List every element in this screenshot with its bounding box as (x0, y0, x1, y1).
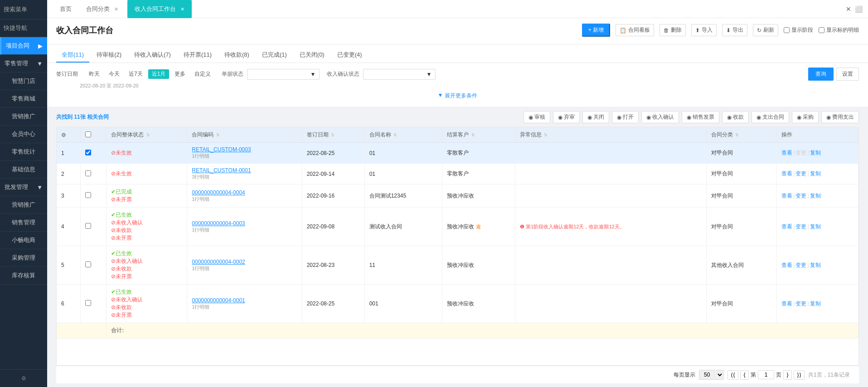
window-maximize-icon[interactable]: ⬜ (855, 5, 863, 13)
op-查看[interactable]: 查看 (781, 150, 792, 156)
col-customer[interactable]: 结算客户 ⇅ (442, 127, 515, 143)
op-复制[interactable]: 复制 (810, 170, 821, 177)
doc-status-select[interactable]: ▼ (247, 69, 320, 80)
first-page-btn[interactable]: ⟨⟨ (727, 370, 738, 380)
sidebar-item-wholesale[interactable]: 批发管理 ▼ (0, 179, 47, 196)
op-变更[interactable]: 变更 (795, 300, 806, 307)
output-contract-btn[interactable]: ◉ 支出合同 (752, 111, 789, 123)
row-code[interactable]: RETAIL_CUSTOM-00013行明细 (187, 164, 302, 184)
op-查看[interactable]: 查看 (781, 193, 792, 199)
col-checkbox[interactable] (81, 127, 107, 143)
col-exception[interactable]: 异常信息 ⇅ (515, 127, 706, 143)
op-变更[interactable]: 变更 (795, 262, 806, 268)
col-status[interactable]: 合同整体状态 ⇅ (107, 127, 187, 143)
prev-page-btn[interactable]: ⟨ (740, 370, 749, 380)
kanban-button[interactable]: 📋 合同看板 (616, 24, 654, 36)
income-confirm-btn[interactable]: ◉ 收入确认 (641, 111, 679, 123)
op-复制[interactable]: 复制 (810, 300, 821, 307)
col-sign-date[interactable]: 签订日期 ⇅ (302, 127, 364, 143)
col-code[interactable]: 合同编码 ⇅ (187, 127, 302, 143)
op-复制[interactable]: 复制 (810, 223, 821, 230)
sidebar-item-smartstore[interactable]: 智慧门店 (0, 73, 47, 90)
tab-income-workbench-close[interactable]: ✕ (180, 0, 184, 18)
expand-more-btn[interactable]: ▼ 展开更多条件 (56, 89, 859, 102)
row-code[interactable]: 0000000000004-00021行明细 (187, 246, 302, 285)
op-变更[interactable]: 变更 (795, 170, 806, 177)
show-detail-checkbox[interactable]: 显示标的明细 (819, 26, 859, 34)
purchase-btn[interactable]: ◉ 采购 (792, 111, 819, 123)
last-page-btn[interactable]: ⟩⟩ (794, 370, 805, 380)
refresh-button[interactable]: ↻ 刷新 (753, 24, 778, 36)
op-复制[interactable]: 复制 (810, 193, 821, 199)
date-more[interactable]: 更多 (171, 69, 189, 79)
row-code[interactable]: RETAIL_CUSTOM-00031行明细 (187, 143, 302, 164)
sub-tab-invoice[interactable]: 待开票(11) (178, 48, 217, 63)
op-复制[interactable]: 复制 (810, 150, 821, 156)
col-category[interactable]: 合同分类 ⇅ (706, 127, 777, 143)
new-button[interactable]: + 新增 (582, 24, 610, 37)
row-checkbox[interactable] (85, 261, 91, 267)
row-checkbox[interactable] (85, 170, 91, 176)
sidebar-item-ecom[interactable]: 小畅电商 (0, 232, 47, 249)
sidebar-item-member[interactable]: 会员中心 (0, 126, 47, 143)
close-btn[interactable]: ◉ 关闭 (582, 111, 609, 123)
tab-home[interactable]: 首页 (53, 0, 79, 18)
sidebar-quick-nav[interactable]: 快捷导航 (0, 19, 47, 37)
sub-tab-done[interactable]: 已完成(1) (257, 48, 292, 63)
op-复制[interactable]: 复制 (810, 262, 821, 268)
delete-button[interactable]: 🗑 删除 (659, 24, 686, 36)
sub-tab-closed[interactable]: 已关闭(0) (294, 48, 330, 63)
select-all-checkbox[interactable] (85, 131, 91, 137)
date-last1month[interactable]: 近1月 (148, 69, 170, 79)
window-close-icon[interactable]: ✕ (846, 5, 851, 13)
sidebar-item-project[interactable]: 项目合同 ▶ (0, 37, 47, 55)
row-code[interactable]: 0000000000004-00041行明细 (187, 184, 302, 208)
sub-tab-all[interactable]: 全部(11) (56, 48, 89, 63)
col-name[interactable]: 合同名称 ⇅ (364, 127, 442, 143)
sidebar-item-inventory[interactable]: 库存核算 (0, 267, 47, 285)
sidebar-item-mall[interactable]: 零售商城 (0, 90, 47, 108)
op-查看[interactable]: 查看 (781, 223, 792, 230)
sidebar-item-retail[interactable]: 零售管理 ▼ (0, 55, 47, 73)
op-查看[interactable]: 查看 (781, 262, 792, 268)
row-checkbox[interactable] (85, 192, 91, 198)
row-code[interactable]: 0000000000004-00011行明细 (187, 285, 302, 323)
op-变更[interactable]: 变更 (795, 150, 806, 156)
tab-income-workbench[interactable]: 收入合同工作台 ✕ (127, 0, 192, 18)
show-stage-checkbox[interactable]: 显示阶段 (784, 26, 813, 34)
page-input[interactable] (758, 370, 774, 379)
date-today[interactable]: 今天 (105, 69, 123, 79)
sidebar-settings[interactable]: ⚙ (0, 369, 47, 387)
date-custom[interactable]: 自定义 (191, 69, 214, 79)
sidebar-item-purchase[interactable]: 采购管理 (0, 249, 47, 267)
date-yesterday[interactable]: 昨天 (85, 69, 103, 79)
sub-tab-receivable[interactable]: 待收款(8) (219, 48, 255, 63)
sub-tab-income-confirm[interactable]: 待收入确认(7) (129, 48, 176, 63)
row-checkbox[interactable] (85, 300, 91, 306)
row-code[interactable]: 0000000000004-00031行明细 (187, 208, 302, 246)
audit-btn[interactable]: ◉ 审核 (524, 111, 550, 123)
export-button[interactable]: ⬇ 导出 (722, 24, 747, 36)
col-settings[interactable]: ⚙ (57, 127, 81, 143)
receipt-btn[interactable]: ◉ 收款 (722, 111, 749, 123)
sidebar-search[interactable]: 搜索菜单 (0, 0, 47, 19)
op-变更[interactable]: 变更 (795, 193, 806, 199)
abandon-btn[interactable]: ◉ 弃审 (553, 111, 580, 123)
sidebar-item-mktw[interactable]: 营销推广 (0, 196, 47, 214)
op-查看[interactable]: 查看 (781, 170, 792, 177)
sidebar-item-sales[interactable]: 销售管理 (0, 214, 47, 232)
income-status-select[interactable]: ▼ (363, 69, 436, 80)
op-查看[interactable]: 查看 (781, 300, 792, 307)
sub-tab-pending[interactable]: 待审核(2) (91, 48, 127, 63)
row-checkbox[interactable] (85, 223, 91, 229)
row-checkbox[interactable] (85, 150, 91, 155)
sidebar-item-marketing[interactable]: 营销推广 (0, 108, 47, 126)
query-button[interactable]: 查询 (808, 68, 834, 81)
op-变更[interactable]: 变更 (795, 223, 806, 230)
import-button[interactable]: ⬆ 导入 (691, 24, 717, 36)
open-btn[interactable]: ◉ 打开 (612, 111, 639, 123)
next-page-btn[interactable]: ⟩ (783, 370, 792, 380)
tab-contract-class-close[interactable]: ✕ (114, 0, 118, 18)
tab-contract-class[interactable]: 合同分类 ✕ (79, 0, 126, 18)
sales-invoice-btn[interactable]: ◉ 销售发票 (682, 111, 719, 123)
